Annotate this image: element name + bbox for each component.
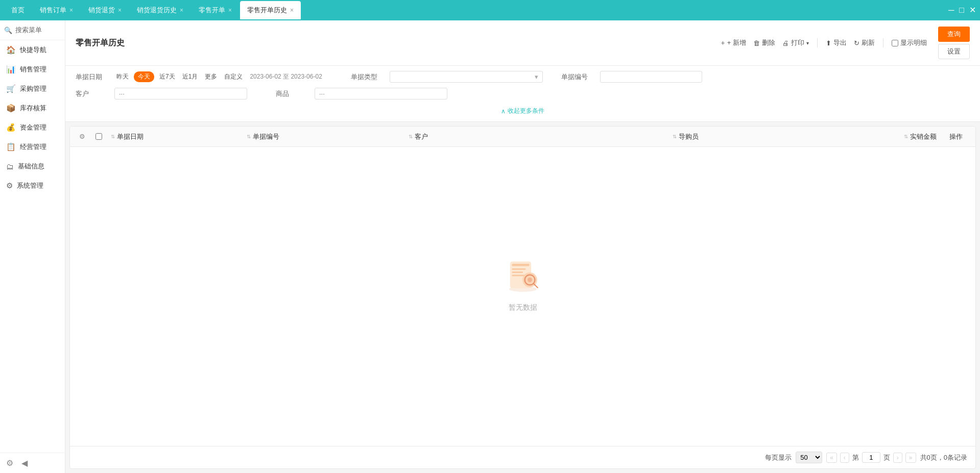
sidebar-item-sales-mgmt[interactable]: 📊 销售管理 xyxy=(0,60,65,79)
next-page-button[interactable]: › xyxy=(893,453,902,463)
table-header-row: ⚙ ⇅ 单据日期 ⇅ 单据编号 ⇅ 客户 ⇅ 导购员 xyxy=(70,127,975,147)
tab-sales-return-history[interactable]: 销货退货历史 × xyxy=(130,1,190,19)
goods-input[interactable] xyxy=(315,88,447,99)
show-detail-checkbox-wrap[interactable]: 显示明细 xyxy=(892,38,927,47)
prev-page-button[interactable]: ‹ xyxy=(840,453,849,463)
date-btn-yesterday[interactable]: 昨天 xyxy=(114,71,131,82)
svg-point-9 xyxy=(528,278,532,282)
add-button[interactable]: ＋ + 新增 xyxy=(720,38,746,47)
window-max-button[interactable]: □ xyxy=(959,6,964,14)
sidebar-item-inventory[interactable]: 📦 库存核算 xyxy=(0,98,65,118)
window-close-button[interactable]: ✕ xyxy=(969,6,976,14)
refresh-button[interactable]: ↻ 刷新 xyxy=(854,38,875,47)
sidebar-item-biz-mgmt[interactable]: 📋 经营管理 xyxy=(0,137,65,157)
print-icon: 🖨 xyxy=(782,39,789,47)
type-filter-label: 单据类型 xyxy=(351,72,381,82)
sidebar-item-label: 基础信息 xyxy=(18,162,44,171)
date-btn-7days[interactable]: 近7天 xyxy=(157,71,177,82)
date-filter-label: 单据日期 xyxy=(76,72,106,82)
empty-illustration xyxy=(500,250,546,296)
date-range-display: 2023-06-02 至 2023-06-02 xyxy=(250,72,322,81)
show-detail-checkbox[interactable] xyxy=(892,40,898,46)
tab-sales-order[interactable]: 销售订单 × xyxy=(33,1,80,19)
sys-icon: ⚙ xyxy=(6,181,13,190)
svg-rect-5 xyxy=(512,275,524,277)
data-table: ⚙ ⇅ 单据日期 ⇅ 单据编号 ⇅ 客户 ⇅ 导购员 xyxy=(69,126,976,469)
biz-icon: 📋 xyxy=(6,142,16,152)
sales-icon: 📊 xyxy=(6,65,16,74)
col-customer[interactable]: ⇅ 客户 xyxy=(404,132,668,141)
date-btn-custom[interactable]: 自定义 xyxy=(222,71,245,82)
sidebar-item-label: 资金管理 xyxy=(20,123,46,132)
per-page-label: 每页显示 xyxy=(765,453,792,462)
sidebar-bottom: ⚙ ◀ xyxy=(0,453,65,473)
export-icon: ⬆ xyxy=(826,39,831,47)
refresh-icon: ↻ xyxy=(854,39,859,47)
last-page-button[interactable]: » xyxy=(905,453,916,463)
sidebar-item-label: 库存核算 xyxy=(20,104,46,113)
collapse-filter-button[interactable]: ∧ 收起更多条件 xyxy=(76,105,970,119)
type-placeholder xyxy=(394,73,396,81)
toolbar-divider2 xyxy=(883,38,883,47)
select-all-checkbox[interactable] xyxy=(95,133,102,140)
sidebar-item-purchase-mgmt[interactable]: 🛒 采购管理 xyxy=(0,79,65,98)
print-button[interactable]: 🖨 打印 ▾ xyxy=(782,38,809,47)
customer-filter-label: 客户 xyxy=(76,89,106,98)
pagination: 每页显示 20 50 100 200 « ‹ 第 页 › » 共0页，0条记录 xyxy=(70,446,975,468)
collapse-sidebar-icon[interactable]: ◀ xyxy=(21,458,28,468)
per-page-select[interactable]: 20 50 100 200 xyxy=(796,452,822,463)
tab-retail-open[interactable]: 零售开单 × xyxy=(192,1,239,19)
sidebar-search[interactable]: 🔍 搜索菜单 xyxy=(0,20,65,40)
customer-input[interactable] xyxy=(114,88,247,99)
empty-state: 暂无数据 xyxy=(70,147,975,446)
close-tab-sales-return[interactable]: × xyxy=(118,7,122,14)
content-area: 零售开单历史 ＋ + 新增 🗑 删除 🖨 打印 ▾ ⬆ 导 xyxy=(65,20,980,473)
table-select-all[interactable] xyxy=(90,133,107,140)
close-tab-sales-return-history[interactable]: × xyxy=(180,7,183,14)
top-navigation: 首页 销售订单 × 销货退货 × 销货退货历史 × 零售开单 × 零售开单历史 … xyxy=(0,0,980,20)
quick-nav-icon: 🏠 xyxy=(6,45,16,55)
filter-area: 单据日期 昨天 今天 近7天 近1月 更多 自定义 2023-06-02 至 2… xyxy=(65,66,980,122)
tab-retail-open-history[interactable]: 零售开单历史 × xyxy=(240,1,301,19)
close-tab-retail-open-history[interactable]: × xyxy=(290,7,294,14)
table-gear-icon[interactable]: ⚙ xyxy=(74,133,90,140)
delete-button[interactable]: 🗑 删除 xyxy=(753,38,775,47)
page-suffix: 页 xyxy=(883,453,890,462)
page-number-input[interactable] xyxy=(862,452,880,463)
window-min-button[interactable]: ─ xyxy=(948,6,954,14)
col-amount[interactable]: ⇅ 实销金额 xyxy=(805,132,941,141)
settings-icon[interactable]: ⚙ xyxy=(6,458,13,468)
sidebar-item-label: 系统管理 xyxy=(17,181,43,190)
close-tab-sales-order[interactable]: × xyxy=(69,7,73,14)
doc-no-input[interactable] xyxy=(605,73,698,81)
col-guide[interactable]: ⇅ 导购员 xyxy=(668,132,804,141)
query-button[interactable]: 查询 xyxy=(938,27,970,42)
type-dropdown-icon: ▾ xyxy=(535,73,538,81)
sidebar-item-label: 快捷导航 xyxy=(20,45,46,55)
first-page-button[interactable]: « xyxy=(826,453,837,463)
type-select[interactable]: ▾ xyxy=(390,71,543,83)
close-tab-retail-open[interactable]: × xyxy=(228,7,232,14)
sidebar-item-finance[interactable]: 💰 资金管理 xyxy=(0,118,65,137)
basic-info-icon: 🗂 xyxy=(6,162,14,171)
sidebar-item-quick-nav[interactable]: 🏠 快捷导航 xyxy=(0,40,65,60)
sidebar-item-sys-mgmt[interactable]: ⚙ 系统管理 xyxy=(0,176,65,195)
settings-button[interactable]: 设置 xyxy=(938,44,970,59)
col-doc-no[interactable]: ⇅ 单据编号 xyxy=(243,132,404,141)
tab-home[interactable]: 首页 xyxy=(4,1,32,19)
sidebar-item-basic-info[interactable]: 🗂 基础信息 xyxy=(0,157,65,176)
col-date[interactable]: ⇅ 单据日期 xyxy=(107,132,243,141)
total-records: 共0页，0条记录 xyxy=(920,453,967,462)
col-amount-sort-icon: ⇅ xyxy=(904,134,908,139)
doc-no-input-wrap[interactable] xyxy=(600,71,702,83)
tab-sales-return[interactable]: 销货退货 × xyxy=(81,1,129,19)
window-controls: ─ □ ✕ xyxy=(948,6,976,14)
date-btn-more[interactable]: 更多 xyxy=(203,71,219,82)
customer-input-field[interactable] xyxy=(119,90,243,97)
date-btn-1month[interactable]: 近1月 xyxy=(180,71,200,82)
date-btn-today[interactable]: 今天 xyxy=(134,71,154,82)
sidebar: 🔍 搜索菜单 🏠 快捷导航 📊 销售管理 🛒 采购管理 📦 库存核算 💰 资金管… xyxy=(0,20,65,473)
col-date-sort-icon: ⇅ xyxy=(111,134,115,139)
goods-input-field[interactable] xyxy=(319,90,443,97)
export-button[interactable]: ⬆ 导出 xyxy=(826,38,847,47)
